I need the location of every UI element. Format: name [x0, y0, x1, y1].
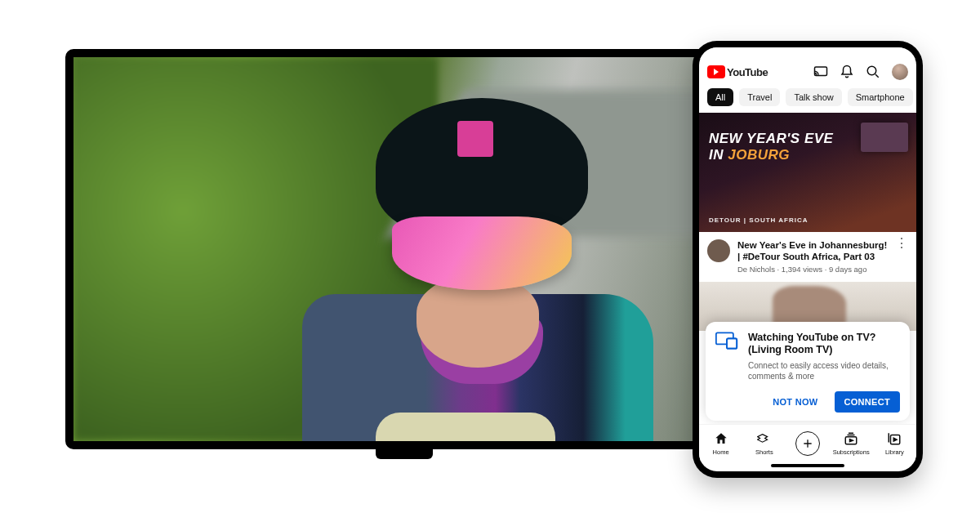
chip-smartphone[interactable]: Smartphone — [848, 88, 913, 106]
prompt-subtitle: Connect to easily access video details, … — [748, 360, 900, 381]
chip-all[interactable]: All — [707, 88, 733, 106]
feed[interactable]: NEW YEAR'S EVE IN JOBURG DETOUR | SOUTH … — [699, 113, 916, 424]
thumb-line2a: IN — [709, 147, 728, 163]
more-icon[interactable]: ⋮ — [895, 239, 908, 274]
thumb-line2b: JOBURG — [728, 147, 790, 163]
avatar[interactable] — [892, 64, 908, 80]
subscriptions-icon — [843, 430, 859, 447]
bell-icon[interactable] — [840, 65, 854, 79]
svg-rect-3 — [727, 338, 737, 348]
search-icon[interactable] — [866, 65, 880, 79]
thumb-tag: DETOUR | SOUTH AFRICA — [709, 216, 808, 224]
plus-icon — [795, 431, 820, 456]
filter-chips: All Travel Talk show Smartphone An — [699, 85, 916, 113]
connect-button[interactable]: CONNECT — [835, 391, 901, 413]
tv-stand — [376, 449, 433, 459]
phone-frame: YouTube All Travel Talk show Smartphone … — [693, 41, 923, 478]
not-now-button[interactable]: NOT NOW — [764, 391, 826, 413]
video-meta-row[interactable]: New Year's Eve in Johannesburg! | #DeTou… — [699, 232, 916, 282]
connect-tv-prompt: Watching YouTube on TV? (Living Room TV)… — [706, 322, 910, 421]
phone-screen: YouTube All Travel Talk show Smartphone … — [699, 47, 916, 471]
library-icon — [886, 430, 902, 447]
nav-home[interactable]: Home — [699, 430, 742, 456]
thumb-line1: NEW YEAR'S EVE — [709, 131, 833, 146]
tv-video-still — [74, 57, 735, 441]
tv-frame — [65, 49, 743, 449]
bottom-nav: Home Shorts Subscriptions — [699, 424, 916, 462]
prompt-title: Watching YouTube on TV? (Living Room TV) — [748, 332, 900, 357]
video-subtext: De Nichols · 1,394 views · 9 days ago — [737, 265, 888, 274]
home-indicator — [771, 464, 844, 467]
nav-subscriptions[interactable]: Subscriptions — [830, 430, 873, 456]
cast-icon[interactable] — [813, 65, 828, 79]
youtube-logo[interactable]: YouTube — [707, 65, 768, 78]
channel-avatar[interactable] — [707, 239, 730, 262]
video-title: New Year's Eve in Johannesburg! | #DeTou… — [737, 239, 888, 263]
home-icon — [713, 430, 729, 447]
youtube-logo-text: YouTube — [727, 66, 768, 78]
chip-talk-show[interactable]: Talk show — [786, 88, 841, 106]
chip-travel[interactable]: Travel — [739, 88, 780, 106]
youtube-logo-icon — [707, 65, 725, 78]
video-thumbnail[interactable]: NEW YEAR'S EVE IN JOBURG DETOUR | SOUTH … — [699, 113, 916, 232]
app-header: YouTube — [699, 59, 916, 85]
nav-create[interactable] — [786, 431, 829, 456]
cast-to-tv-icon — [715, 332, 738, 350]
nav-library[interactable]: Library — [873, 430, 916, 456]
shorts-icon — [756, 430, 773, 447]
nav-shorts[interactable]: Shorts — [742, 430, 786, 456]
status-bar — [699, 47, 916, 59]
svg-point-1 — [867, 66, 876, 75]
